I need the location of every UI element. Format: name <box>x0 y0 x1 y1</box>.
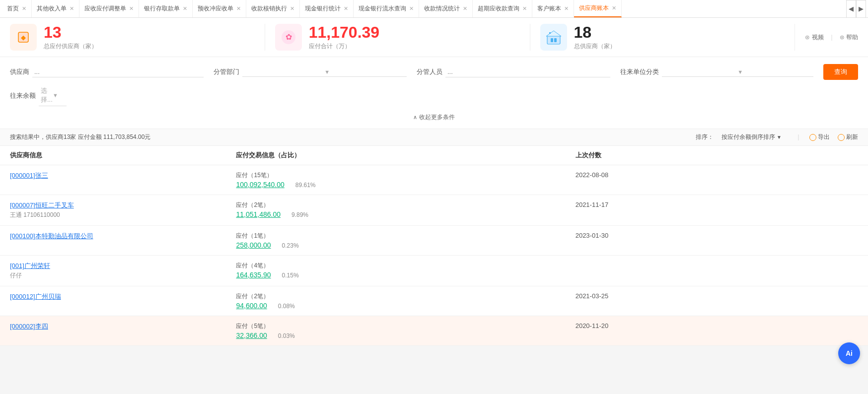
nav-tab-supplier-ledger[interactable]: 供应商账本 ✕ <box>574 0 622 17</box>
lastpay-date-4: 2021-03-25 <box>576 292 609 300</box>
supplier-link-3[interactable]: [001]广州荣轩 <box>10 262 236 270</box>
sort-area: 排序： 按应付余额倒序排序 ▼ ｜ 导出 刷新 <box>696 133 858 141</box>
close-tab-icon[interactable]: ✕ <box>564 5 569 12</box>
person-input[interactable] <box>445 66 610 77</box>
filter-row-2: 往来余额 选择... ▼ <box>10 85 858 106</box>
table-header: 供应商信息 应付交易信息（占比） 上次付数 <box>0 146 868 165</box>
nav-tab-cash-bank-flow[interactable]: 现金银行流水查询 ✕ <box>354 0 419 17</box>
tx-amount-5[interactable]: 32,366.00 <box>236 331 267 339</box>
summary-icon-store <box>540 24 567 51</box>
table-row: [001]广州荣轩 仔仔 应付（4笔） 164,635.90 0.15% <box>0 256 868 286</box>
close-tab-icon[interactable]: ✕ <box>183 5 187 12</box>
svg-text:✿: ✿ <box>285 33 291 41</box>
dept-dropdown[interactable]: ▼ <box>242 67 407 77</box>
tx-amount-3[interactable]: 164,635.90 <box>236 271 271 279</box>
supplier-col-3: [001]广州荣轩 仔仔 <box>10 262 236 280</box>
close-tab-icon[interactable]: ✕ <box>129 5 134 12</box>
close-tab-icon[interactable]: ✕ <box>290 5 294 12</box>
supplier-col-0: [000001]张三 <box>10 171 236 180</box>
nav-tab-other-income[interactable]: 其他收入单 ✕ <box>32 0 79 17</box>
nav-tab-receipt-stat[interactable]: 收款情况统计 ✕ <box>419 0 473 17</box>
person-label: 分管人员 <box>417 67 442 76</box>
tx-label-0: 应付（15笔） <box>236 171 575 180</box>
supplier-col-2: [000100]本特勤油品有限公司 <box>10 232 236 241</box>
summary-item-suppliers-payable: ◆ 13 总应付供应商（家） <box>10 24 265 51</box>
tx-label-5: 应付（5笔） <box>236 322 575 330</box>
summary-bar: ◆ 13 总应付供应商（家） ✿ 11,170.39 应付合计（万） <box>0 18 868 57</box>
close-tab-icon[interactable]: ✕ <box>612 5 616 11</box>
result-bar: 搜索结果中，供应商13家 应付金额 111,703,854.00元 排序： 按应… <box>0 129 868 146</box>
export-button[interactable]: 导出 <box>809 133 830 141</box>
nav-tab-cash-bank-stat[interactable]: 现金银行统计 ✕ <box>300 0 354 17</box>
close-tab-icon[interactable]: ✕ <box>70 5 74 12</box>
close-tab-icon[interactable]: ✕ <box>236 5 241 12</box>
refresh-button[interactable]: 刷新 <box>838 133 858 141</box>
balance-dropdown-arrow-icon: ▼ <box>53 92 65 98</box>
filter-category: 往来单位分类 ▼ <box>620 67 814 77</box>
tx-label-3: 应付（4笔） <box>236 262 575 270</box>
nav-prev-button[interactable]: ◀ <box>846 0 856 18</box>
summary-text-ap-total: 11,170.39 应付合计（万） <box>309 24 379 51</box>
table-row: [000002]李四 应付（5笔） 32,366.00 0.03% 2020-1… <box>0 316 868 346</box>
tx-amount-0[interactable]: 100,092,540.00 <box>236 181 284 189</box>
balance-label: 往来余额 <box>10 91 36 100</box>
tx-amount-4[interactable]: 94,600.00 <box>236 302 267 310</box>
collapse-button[interactable]: ∧ 收起更多条件 <box>413 111 455 124</box>
nav-tab-customer-ledger[interactable]: 客户账本 ✕ <box>532 0 574 17</box>
filter-dept: 分管部门 ▼ <box>214 67 407 77</box>
video-link[interactable]: ⊙ 视频 <box>805 33 823 42</box>
tx-amount-1[interactable]: 11,051,486.00 <box>236 210 281 218</box>
query-button[interactable]: 查询 <box>823 64 858 80</box>
tx-amount-2[interactable]: 258,000.00 <box>236 241 271 249</box>
supplier-link-4[interactable]: [000012]广州贝瑞 <box>10 292 236 301</box>
nav-tab-home[interactable]: 首页 ✕ <box>2 0 32 17</box>
tx-percent-4: 0.08% <box>278 303 295 310</box>
nav-tab-ar-ap-adjust[interactable]: 应收应付调整单 ✕ <box>79 0 139 17</box>
supplier-input[interactable] <box>32 66 204 77</box>
tx-percent-2: 0.23% <box>282 242 299 249</box>
supplier-link-5[interactable]: [000002]李四 <box>10 322 236 331</box>
summary-item-ap-total: ✿ 11,170.39 应付合计（万） <box>275 24 530 51</box>
supplier-col-4: [000012]广州贝瑞 <box>10 292 236 301</box>
svg-rect-5 <box>551 38 553 42</box>
help-link[interactable]: ⊙ 帮助 <box>840 33 858 42</box>
filter-row-1: 供应商 分管部门 ▼ 分管人员 往来单位分类 ▼ 查询 <box>10 64 858 80</box>
transaction-col-1: 应付（2笔） 11,051,486.00 9.89% <box>236 201 575 218</box>
close-tab-icon[interactable]: ✕ <box>409 5 414 12</box>
filter-balance: 往来余额 选择... ▼ <box>10 85 67 106</box>
close-tab-icon[interactable]: ✕ <box>463 5 467 12</box>
summary-label-total-suppliers: 总供应商（家） <box>574 42 616 51</box>
result-info-text: 搜索结果中，供应商13家 应付金额 111,703,854.00元 <box>10 133 696 141</box>
summary-text-total-suppliers: 18 总供应商（家） <box>574 24 616 51</box>
dept-dropdown-arrow-icon: ▼ <box>324 69 405 75</box>
export-icon <box>809 134 816 141</box>
nav-tab-bank-deposit[interactable]: 银行存取款单 ✕ <box>139 0 193 17</box>
close-tab-icon[interactable]: ✕ <box>22 5 26 12</box>
balance-dropdown[interactable]: 选择... ▼ <box>39 85 67 106</box>
supplier-link-2[interactable]: [000100]本特勤油品有限公司 <box>10 232 236 241</box>
tx-percent-5: 0.03% <box>278 332 295 339</box>
nav-tab-prepay-ar[interactable]: 预收冲应收单 ✕ <box>193 0 246 17</box>
tx-label-4: 应付（2笔） <box>236 292 575 301</box>
supplier-link-1[interactable]: [000007]恒旺二手叉车 <box>10 201 236 210</box>
close-tab-icon[interactable]: ✕ <box>344 5 348 12</box>
top-nav: 首页 ✕ 其他收入单 ✕ 应收应付调整单 ✕ 银行存取款单 ✕ 预收冲应收单 ✕… <box>0 0 868 18</box>
supplier-sub-1: 王通 17106110000 <box>10 211 236 219</box>
chevron-up-icon: ∧ <box>413 114 417 121</box>
category-label: 往来单位分类 <box>620 67 659 76</box>
supplier-link-0[interactable]: [000001]张三 <box>10 171 236 180</box>
transaction-col-5: 应付（5笔） 32,366.00 0.03% <box>236 322 575 339</box>
tx-percent-0: 89.61% <box>295 182 316 189</box>
close-tab-icon[interactable]: ✕ <box>522 5 527 12</box>
transaction-col-0: 应付（15笔） 100,092,540.00 89.61% <box>236 171 575 189</box>
nav-next-button[interactable]: ▶ <box>856 0 866 18</box>
nav-tab-receipt-verify[interactable]: 收款核销执行 ✕ <box>246 0 300 17</box>
summary-links: ⊙ 视频 ｜ ⊙ 帮助 <box>805 33 858 42</box>
sort-select[interactable]: 按应付余额倒序排序 ▼ <box>722 133 782 141</box>
summary-icon-flower: ✿ <box>275 24 302 51</box>
svg-rect-4 <box>547 35 560 44</box>
lastpay-date-5: 2020-11-20 <box>576 322 609 329</box>
filter-person: 分管人员 <box>417 66 610 77</box>
nav-tab-overdue-ar[interactable]: 超期应收款查询 ✕ <box>473 0 532 17</box>
category-dropdown[interactable]: ▼ <box>662 67 814 77</box>
